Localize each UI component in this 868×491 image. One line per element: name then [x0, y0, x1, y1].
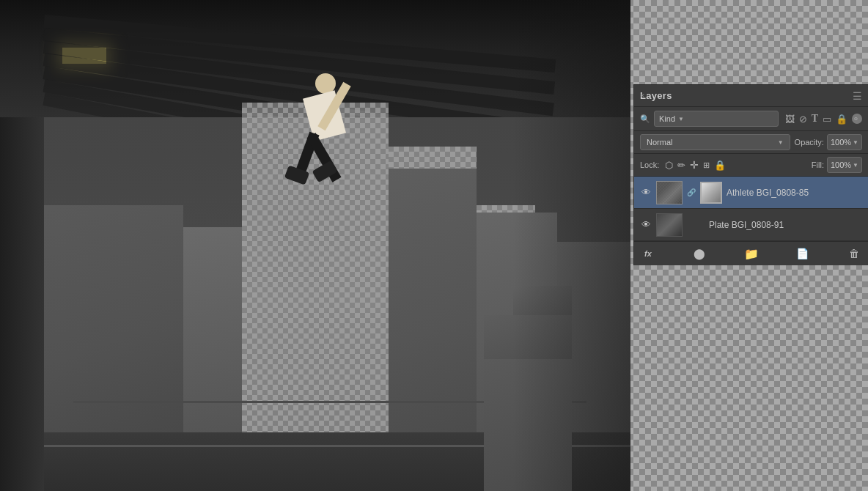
- layers-list: 👁 🔗 Athlete BGI_0808-85 👁 Plate BGI_0808…: [634, 177, 868, 241]
- blend-mode-dropdown[interactable]: Normal ▼: [640, 134, 790, 150]
- blend-mode-label: Normal: [647, 138, 775, 147]
- opacity-input[interactable]: 100% ▼: [827, 134, 862, 150]
- kind-label: Kind: [659, 114, 675, 123]
- fill-label: Fill:: [812, 160, 824, 169]
- filter-toggle-icon[interactable]: ⚬: [852, 114, 862, 124]
- person-figure: [235, 73, 381, 278]
- filter-row: 🔍 Kind ▼ 🖼 ⊘ T ▭ 🔒 ⚬: [634, 107, 868, 131]
- panel-title: Layers: [640, 90, 672, 101]
- delete-layer-button[interactable]: 🗑: [846, 246, 862, 262]
- lock-position-icon[interactable]: ✛: [690, 159, 699, 171]
- layer-thumbnail: [656, 181, 683, 204]
- layer-mask-thumbnail: [700, 182, 722, 204]
- lock-all-icon[interactable]: 🔒: [714, 160, 726, 171]
- filter-smart-icon[interactable]: 🔒: [836, 114, 847, 125]
- opacity-chevron-icon: ▼: [853, 139, 858, 146]
- kind-chevron-icon: ▼: [678, 116, 684, 122]
- opacity-section: Opacity: 100% ▼: [795, 134, 862, 150]
- layer-name: Plate BGI_0808-91: [709, 220, 862, 230]
- chain-icon: 🔗: [687, 188, 696, 196]
- fill-section: Fill: 100% ▼: [812, 157, 862, 173]
- filter-shape-icon[interactable]: ▭: [823, 114, 831, 125]
- fill-input[interactable]: 100% ▼: [827, 157, 862, 173]
- layer-name: Athlete BGI_0808-85: [727, 188, 862, 198]
- kind-dropdown[interactable]: Kind ▼: [654, 111, 779, 127]
- layer-visibility-icon[interactable]: 👁: [640, 187, 652, 198]
- lock-row: Lock: ⬡ ✏ ✛ ⊞ 🔒 Fill: 100% ▼: [634, 154, 868, 177]
- panel-header: × Layers ☰: [634, 85, 868, 107]
- fill-value: 100%: [831, 160, 851, 169]
- add-adjustment-button[interactable]: ⬤: [691, 246, 707, 262]
- panel-close-button[interactable]: ×: [640, 91, 644, 100]
- opacity-label: Opacity:: [795, 138, 824, 147]
- panel-menu-button[interactable]: ☰: [853, 90, 862, 102]
- lock-image-icon[interactable]: ✏: [677, 160, 685, 171]
- layer-thumbnail: [656, 213, 683, 237]
- add-group-button[interactable]: 📁: [743, 246, 760, 262]
- panel-bottom-toolbar: fx ⬤ 📁 📄 🗑: [634, 241, 868, 265]
- fill-chevron-icon: ▼: [853, 162, 858, 169]
- lock-artboard-icon[interactable]: ⊞: [703, 160, 710, 170]
- search-icon: 🔍: [640, 114, 650, 124]
- layer-row[interactable]: 👁 Plate BGI_0808-91: [634, 209, 868, 241]
- filter-type-icon[interactable]: T: [812, 113, 818, 125]
- layers-panel: × Layers ☰ 🔍 Kind ▼ 🖼 ⊘ T ▭ 🔒 ⚬ Normal ▼…: [633, 84, 868, 265]
- lock-transparent-icon[interactable]: ⬡: [665, 160, 673, 171]
- lock-icons: ⬡ ✏ ✛ ⊞ 🔒: [665, 159, 726, 171]
- filter-icons: 🖼 ⊘ T ▭ 🔒 ⚬: [785, 113, 862, 125]
- filter-adjustment-icon[interactable]: ⊘: [799, 114, 807, 125]
- filter-image-icon[interactable]: 🖼: [785, 114, 795, 125]
- new-layer-button[interactable]: 📄: [795, 246, 811, 262]
- blend-mode-row: Normal ▼ Opacity: 100% ▼: [634, 131, 868, 154]
- opacity-value: 100%: [831, 138, 851, 147]
- add-fx-button[interactable]: fx: [640, 246, 656, 262]
- blend-chevron-icon: ▼: [778, 139, 784, 146]
- lock-label: Lock:: [640, 160, 659, 169]
- photo-scene: [0, 0, 630, 491]
- layer-visibility-icon[interactable]: 👁: [640, 219, 652, 230]
- layer-row[interactable]: 👁 🔗 Athlete BGI_0808-85: [634, 177, 868, 209]
